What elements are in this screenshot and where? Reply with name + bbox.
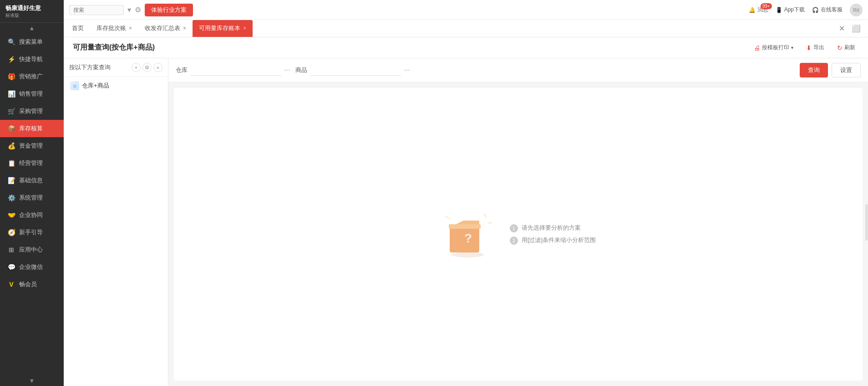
- sidebar-item-label: 应用中心: [19, 246, 43, 254]
- tab-available-ledger-label: 可用量库存账本: [199, 24, 240, 32]
- close-tab-button[interactable]: ✕: [835, 22, 848, 35]
- sidebar-nav: 🔍 搜索菜单 ⚡ 快捷导航 🎁 营销推广 📊 销售管理 🛒 采购管理 📦 库存核…: [0, 33, 64, 376]
- tabs-bar: 首页 库存批次账 × 收发存汇总表 × 可用量库存账本 × ✕ ⬜: [64, 20, 868, 37]
- sidebar-item-enterprise[interactable]: 🤝 企业协同: [0, 206, 64, 224]
- sidebar-item-label: 畅会员: [19, 280, 37, 288]
- sidebar-item-shortcut[interactable]: ⚡ 快捷导航: [0, 51, 64, 68]
- scheme-item-label: 仓库+商品: [82, 82, 109, 90]
- message-badge: 99+: [761, 3, 772, 9]
- svg-point-0: [452, 252, 484, 257]
- empty-state-content: ? 1 请先选择要分析的方案: [441, 207, 596, 262]
- filter-product: 商品 ···: [295, 65, 410, 76]
- tab-batch-account[interactable]: 库存批次账 ×: [90, 20, 138, 37]
- query-scheme-label: 按以下方案查询: [69, 63, 111, 72]
- warehouse-label: 仓库: [176, 66, 188, 74]
- sidebar-item-marketing[interactable]: 🎁 营销推广: [0, 68, 64, 85]
- breadcrumb-dropdown[interactable]: ▾: [127, 5, 131, 14]
- sidebar-item-inventory[interactable]: 📦 库存核算: [0, 120, 64, 137]
- empty-inner: ? 1 请先选择要分析的方案: [441, 207, 596, 262]
- warehouse-more-icon[interactable]: ···: [284, 66, 290, 74]
- industry-solution-button[interactable]: 体验行业方案: [145, 4, 193, 16]
- query-button[interactable]: 查询: [800, 63, 828, 77]
- warehouse-input[interactable]: [190, 65, 281, 76]
- sidebar-item-membership[interactable]: V 畅会员: [0, 276, 64, 293]
- sidebar-item-label: 库存核算: [19, 124, 43, 133]
- sidebar-item-newbie[interactable]: 🧭 新手引导: [0, 224, 64, 241]
- sidebar-item-wechat[interactable]: 💬 企业微信: [0, 258, 64, 276]
- scheme-item-warehouse-product[interactable]: ⊙ 仓库+商品: [64, 77, 168, 94]
- info-icon: 📝: [7, 176, 15, 185]
- refresh-icon: ↻: [837, 44, 843, 51]
- message-button[interactable]: 🔔 消息 99+: [749, 6, 768, 14]
- add-scheme-button[interactable]: +: [132, 63, 141, 72]
- app-name: 畅康通好生意: [5, 5, 58, 12]
- svg-rect-4: [449, 224, 481, 229]
- apps-icon: ⊞: [7, 246, 15, 254]
- app-download-button[interactable]: 📱 App下载: [776, 6, 805, 14]
- empty-hint-list: 1 请先选择要分析的方案 2 用[过滤]条件来缩小分析范围: [510, 224, 596, 245]
- sidebar-item-label: 基础信息: [19, 176, 43, 185]
- empty-illustration: ?: [441, 207, 495, 262]
- maximize-button[interactable]: ⬜: [850, 22, 863, 35]
- manage-scheme-button[interactable]: ⚙: [142, 63, 152, 72]
- product-input[interactable]: [310, 65, 401, 76]
- collapse-panel-button[interactable]: «: [153, 63, 162, 72]
- clipboard-icon: 📋: [7, 159, 15, 167]
- empty-svg: ?: [441, 207, 495, 262]
- sidebar-item-label: 企业微信: [19, 263, 43, 271]
- filter-actions: 查询 设置: [800, 63, 861, 77]
- sidebar-scroll-up[interactable]: ▲: [0, 23, 64, 33]
- close-tab-receipt-summary[interactable]: ×: [183, 25, 186, 31]
- settings-gear-icon[interactable]: ⚙: [135, 5, 141, 14]
- gift-icon: 🎁: [7, 72, 15, 81]
- sidebar-item-basic-info[interactable]: 📝 基础信息: [0, 172, 64, 189]
- tab-available-ledger[interactable]: 可用量库存账本 ×: [193, 20, 253, 37]
- sidebar-item-label: 新手引导: [19, 228, 43, 237]
- sidebar-item-app-center[interactable]: ⊞ 应用中心: [0, 241, 64, 258]
- page-title: 可用量查询(按仓库+商品): [73, 43, 750, 52]
- page-actions: 🖨 按模板打印 ▾ ⬇ 导出 ↻ 刷新: [750, 42, 859, 53]
- tab-receipt-summary[interactable]: 收发存汇总表 ×: [138, 20, 193, 37]
- cart-icon: 🛒: [7, 107, 15, 115]
- sidebar-item-system[interactable]: ⚙️ 系统管理: [0, 189, 64, 206]
- step-2-num: 2: [510, 237, 518, 245]
- search-icon: 🔍: [7, 38, 15, 46]
- product-more-icon[interactable]: ···: [404, 66, 410, 74]
- sidebar-item-finance[interactable]: 💰 资金管理: [0, 137, 64, 154]
- empty-hint-2: 2 用[过滤]条件来缩小分析范围: [510, 236, 596, 245]
- sidebar-item-search[interactable]: 🔍 搜索菜单: [0, 33, 64, 51]
- svg-text:?: ?: [464, 231, 472, 245]
- empty-hint-1: 1 请先选择要分析的方案: [510, 224, 596, 232]
- right-panel: 仓库 ··· 商品 ··· 查询 设置: [168, 58, 868, 386]
- content-area: 按以下方案查询 + ⚙ « ⊙ 仓库+商品 仓库 ···: [64, 58, 868, 386]
- user-profile-button[interactable]: Rit: [850, 4, 863, 16]
- search-input[interactable]: [69, 5, 124, 15]
- sidebar-item-label: 资金管理: [19, 142, 43, 150]
- close-tab-batch-account[interactable]: ×: [129, 25, 132, 31]
- left-panel-header: 按以下方案查询 + ⚙ «: [64, 58, 168, 77]
- sidebar-item-label: 采购管理: [19, 107, 43, 115]
- online-service-button[interactable]: 🎧 在线客服: [812, 6, 843, 14]
- product-label: 商品: [295, 66, 307, 74]
- refresh-button[interactable]: ↻ 刷新: [833, 42, 859, 53]
- user-avatar: Rit: [850, 4, 863, 16]
- print-dropdown-icon[interactable]: ▾: [791, 45, 793, 50]
- sidebar-item-operations[interactable]: 📋 经营管理: [0, 154, 64, 172]
- headset-icon: 🎧: [812, 7, 819, 13]
- export-button[interactable]: ⬇ 导出: [802, 42, 828, 53]
- sidebar-item-label: 快捷导航: [19, 55, 43, 63]
- settings-button[interactable]: 设置: [832, 63, 861, 77]
- sidebar-item-purchase[interactable]: 🛒 采购管理: [0, 103, 64, 120]
- empty-state: ? 1 请先选择要分析的方案: [174, 88, 863, 381]
- sidebar-item-label: 销售管理: [19, 90, 43, 98]
- avatar-label: Rit: [853, 7, 859, 13]
- box-icon: 📦: [7, 124, 15, 133]
- print-button[interactable]: 🖨 按模板打印 ▾: [750, 42, 797, 53]
- sidebar-scroll-down[interactable]: ▼: [0, 376, 64, 386]
- filter-bar: 仓库 ··· 商品 ··· 查询 设置: [168, 58, 868, 82]
- main-content: ▾ ⚙ 体验行业方案 🔔 消息 99+ 📱 App下载 🎧 在线客服 Rit: [64, 0, 868, 386]
- guide-icon: 🧭: [7, 228, 15, 237]
- sidebar-item-sales[interactable]: 📊 销售管理: [0, 85, 64, 103]
- close-tab-available-ledger[interactable]: ×: [243, 25, 246, 31]
- tab-home[interactable]: 首页: [66, 20, 90, 37]
